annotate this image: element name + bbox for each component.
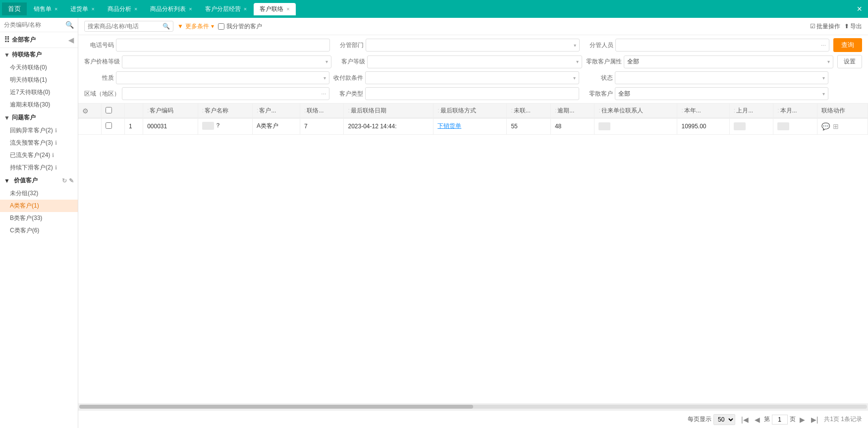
payment-input[interactable]: ▾ <box>365 71 579 84</box>
sidebar-item-ungrouped[interactable]: 未分组(32) <box>0 187 78 200</box>
my-customers-check[interactable] <box>218 23 224 30</box>
col-last-contact-way-header[interactable]: :最后联络方式 <box>434 104 507 118</box>
dept-input[interactable]: ▾ <box>366 39 580 52</box>
refresh-icon[interactable]: ↻ <box>62 177 67 184</box>
col-this-year-header[interactable]: :本年... <box>677 104 729 118</box>
phone-input[interactable] <box>116 39 330 52</box>
filter-search-icon[interactable]: 🔍 <box>163 23 170 30</box>
nav-tab-5[interactable]: 客户联络 × <box>254 3 295 15</box>
next-page-btn[interactable]: ▶ <box>798 415 807 425</box>
filter-search-input[interactable] <box>88 23 163 30</box>
col-last-contact-date-header[interactable]: :最后联络日期 <box>344 104 434 118</box>
export-btn[interactable]: ⬆ 导出 <box>844 22 862 31</box>
sidebar-collapse-icon[interactable]: ◀ <box>68 36 74 44</box>
customer-level-input[interactable]: ▾ <box>367 55 583 68</box>
close-icon-2[interactable]: × <box>134 6 137 12</box>
nature-input[interactable]: ▾ <box>116 71 329 84</box>
more-filter-btn[interactable]: ▼ 更多条件 ▾ <box>177 22 214 31</box>
close-icon-4[interactable]: × <box>244 6 247 12</box>
nav-tab-0[interactable]: 销售单 × <box>28 3 63 15</box>
export-icon: ⬆ <box>844 23 849 30</box>
close-icon-0[interactable]: × <box>54 6 57 12</box>
cell-category: A类客户 <box>253 118 300 135</box>
sidebar-item-7days[interactable]: 近7天待联络(0) <box>0 86 78 99</box>
setting-button[interactable]: 设置 <box>837 55 862 68</box>
manager-input[interactable]: ··· <box>615 39 829 52</box>
sidebar-item-b-class[interactable]: B类客户(33) <box>0 212 78 224</box>
nav-home[interactable]: 首页 <box>2 2 27 15</box>
area-input[interactable]: ··· <box>122 87 329 100</box>
page-input[interactable] <box>772 415 788 425</box>
table-area: ⚙ :客户编码 :客户名称 :客户... :联络... :最后联络日期 :最后联… <box>78 104 868 403</box>
chevron-down-icon: ▾ <box>211 23 214 30</box>
sidebar-group-problem[interactable]: ▼ 问题客户 <box>0 111 78 124</box>
nav-tab-3[interactable]: 商品分析列表 × <box>144 3 198 15</box>
sidebar-item-today[interactable]: 今天待联络(0) <box>0 61 78 74</box>
sidebar-item-repurchase[interactable]: 回购异常客户(2) ℹ <box>0 124 78 137</box>
filter-field-retail: 零散客户 全部 ▾ <box>583 87 828 100</box>
sidebar-value-actions: ↻ ✎ <box>62 177 74 184</box>
scroll-thumb[interactable] <box>79 405 473 409</box>
sidebar-item-c-class[interactable]: C类客户(6) <box>0 224 78 237</box>
col-contact-header[interactable]: :联络... <box>300 104 344 118</box>
col-gear-header[interactable]: ⚙ <box>78 104 101 118</box>
batch-op-btn[interactable]: ☑ 批量操作 <box>810 22 840 31</box>
cell-checkbox[interactable] <box>101 118 124 135</box>
retail-input[interactable]: 全部 ▾ <box>615 87 828 100</box>
customer-type-input[interactable] <box>365 87 579 100</box>
nav-tab-1[interactable]: 进货单 × <box>64 3 100 15</box>
cell-action: 💬 ⊞ <box>817 118 868 135</box>
sidebar-group-pending[interactable]: ▼ 待联络客户 <box>0 48 78 61</box>
adv-filter-row-1: 电话号码 分管部门 ▾ 分管人员 <box>84 38 862 52</box>
sidebar-item-declining[interactable]: 持续下滑客户(2) ℹ <box>0 161 78 174</box>
retail-attr-input[interactable]: 全部 ▾ <box>624 55 833 68</box>
cell-not-contacted: 55 <box>507 118 551 135</box>
my-customers-checkbox[interactable]: 我分管的客户 <box>218 22 262 31</box>
nav-tab-4[interactable]: 客户分层经营 × <box>199 3 253 15</box>
price-level-input[interactable]: ▾ <box>122 55 331 68</box>
select-all-checkbox[interactable] <box>106 107 112 113</box>
sidebar-item-a-class[interactable]: A类客户(1) <box>0 200 78 212</box>
cell-last-contact-way[interactable]: 下销货单 <box>434 118 507 135</box>
filter-field-price-level: 客户价格等级 ▾ <box>84 55 331 68</box>
nav-tab-2[interactable]: 商品分析 × <box>102 3 143 15</box>
first-page-btn[interactable]: |◀ <box>739 415 751 425</box>
sidebar-item-lostwarning[interactable]: 流失预警客户(3) ℹ <box>0 137 78 149</box>
sidebar-item-overdue[interactable]: 逾期未联络(30) <box>0 99 78 111</box>
horizontal-scrollbar[interactable] <box>78 403 868 410</box>
adv-filter-row-2: 客户价格等级 ▾ 客户等级 ▾ 零散客户属性 <box>84 55 862 68</box>
edit-icon[interactable]: ✎ <box>69 177 74 184</box>
close-icon-1[interactable]: × <box>91 6 94 12</box>
status-input[interactable]: ▾ <box>615 71 828 84</box>
col-category-header[interactable]: :客户... <box>253 104 300 118</box>
content-area: 🔍 ▼ 更多条件 ▾ 我分管的客户 ☑ 批量操作 <box>78 18 868 428</box>
query-button[interactable]: 查询 <box>833 38 862 52</box>
filter-field-dept: 分管部门 ▾ <box>334 39 580 52</box>
grid-action-icon[interactable]: ⊞ <box>833 122 839 130</box>
col-code-header[interactable]: :客户编码 <box>143 104 198 118</box>
col-checkbox-header[interactable] <box>101 104 124 118</box>
close-icon-3[interactable]: × <box>189 6 192 12</box>
col-this-month-header[interactable]: :本月... <box>773 104 817 118</box>
sidebar-search-icon[interactable]: 🔍 <box>65 21 74 29</box>
col-last-month-header[interactable]: :上月... <box>729 104 773 118</box>
sidebar-item-lost[interactable]: 已流失客户(24) ℹ <box>0 149 78 161</box>
sidebar-search-bar: 🔍 <box>0 18 78 32</box>
sidebar-item-tomorrow[interactable]: 明天待联络(1) <box>0 74 78 86</box>
col-unit-contact-header[interactable]: :往来单位联系人 <box>595 104 677 118</box>
sidebar-dots-icon[interactable]: ⠿ <box>4 35 10 45</box>
last-page-btn[interactable]: ▶| <box>809 415 820 425</box>
cell-index: 1 <box>124 118 143 135</box>
sidebar-search-input[interactable] <box>4 21 65 28</box>
chat-action-icon[interactable]: 💬 <box>821 122 830 130</box>
close-icon-5[interactable]: × <box>286 6 289 12</box>
col-name-header[interactable]: :客户名称 <box>198 104 252 118</box>
prev-page-btn[interactable]: ◀ <box>753 415 762 425</box>
chevron-down-icon-payment: ▾ <box>573 75 576 81</box>
close-all-icon[interactable]: × <box>853 4 866 14</box>
row-checkbox[interactable] <box>106 122 112 129</box>
per-page-select[interactable]: 50 <box>713 414 735 425</box>
adv-filter-row-4: 区域（地区） ··· 客户类型 零散客户 <box>84 87 862 100</box>
col-overdue-header[interactable]: :逾期... <box>550 104 595 118</box>
col-not-contacted-header[interactable]: :未联... <box>507 104 551 118</box>
